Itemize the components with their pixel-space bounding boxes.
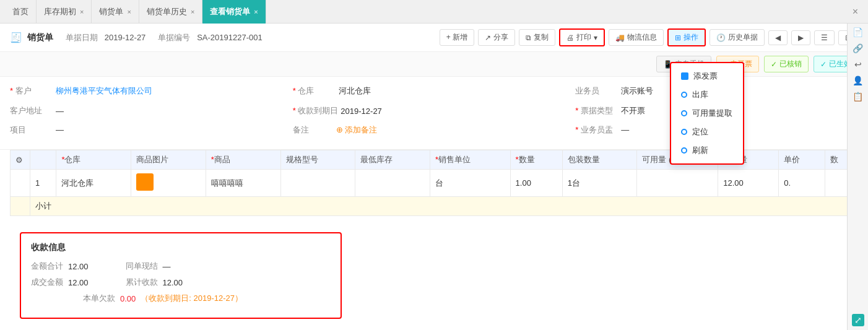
td-qty: 1.00	[510, 170, 562, 197]
staff2-label: 业务员盂	[575, 124, 618, 136]
number-label: 单据编号 SA-20191227-001	[158, 32, 262, 43]
td-pack-qty: 1台	[562, 170, 637, 197]
ticket-value: 不开票	[618, 104, 648, 118]
arrears-value: 0.00	[120, 294, 136, 303]
due-date-value: 2019-12-27	[338, 105, 384, 117]
table-row: 1 河北仓库 嘻嘻嘻嘻 台 1.00 1台 12.00 0.	[11, 170, 858, 197]
dropdown-locate[interactable]: 定位	[671, 123, 743, 141]
operate-icon: ⊞	[675, 33, 681, 42]
tab-home-label: 首页	[12, 6, 28, 17]
history-icon: 🕐	[716, 33, 726, 42]
staff2-value: —	[618, 124, 631, 136]
add-note-button[interactable]: ⊕ 添加备注	[336, 124, 377, 136]
print-button[interactable]: 🖨 打印 ▾	[559, 28, 605, 46]
td-spec	[280, 170, 355, 197]
transaction-item: 成交金额 12.00	[31, 277, 89, 288]
verified-btn[interactable]: ✓ 已核销	[764, 56, 809, 72]
th-unit: *销售单位	[430, 150, 510, 170]
tab-view-sales-close[interactable]: ×	[254, 8, 258, 15]
same-bill-item: 同单现结 —	[126, 261, 171, 272]
doc-title-text: 销货单	[27, 32, 53, 43]
sidebar-doc-icon[interactable]: 📄	[853, 27, 863, 37]
tab-sales-history-label: 销货单历史	[147, 6, 187, 17]
operate-button[interactable]: ⊞ 操作	[667, 28, 706, 46]
th-img: 商品图片	[131, 150, 206, 170]
td-product: 嘻嘻嘻嘻	[206, 170, 280, 197]
doc-header: 🧾 销货单 单据日期 2019-12-27 单据编号 SA-20191227-0…	[0, 24, 868, 52]
td-available	[637, 170, 718, 197]
share-button[interactable]: ↗ 分享	[478, 29, 515, 46]
tab-inventory-close[interactable]: ×	[80, 8, 84, 15]
dropdown-refresh[interactable]: 刷新	[671, 141, 743, 160]
tab-sales-close[interactable]: ×	[127, 8, 131, 15]
sidebar-link-icon[interactable]: 🔗	[853, 43, 863, 53]
payment-wrapper: 收款信息 金额合计 12.00 同单现结 — 成交金额 12.00	[0, 221, 868, 330]
same-bill-label: 同单现结	[126, 261, 158, 272]
doc-actions: + 新增 ↗ 分享 ⧉ 复制 🖨 打印 ▾ 🚚 物流信息	[440, 28, 858, 46]
note-field: 备注 ⊕ 添加备注	[293, 124, 576, 136]
check-icon: ✓	[771, 60, 777, 69]
transaction-label: 成交金额	[31, 277, 63, 288]
th-price: 单价	[779, 150, 825, 170]
nav-next-button[interactable]: ▶	[791, 30, 810, 45]
customer-label: 客户	[10, 85, 53, 97]
cumulative-item: 累计收款 12.00	[126, 277, 183, 288]
layout1-button[interactable]: ☰	[814, 30, 835, 45]
date-value: 2019-12-27	[105, 33, 146, 42]
dropdown-refresh-label: 刷新	[692, 145, 708, 156]
cumulative-label: 累计收款	[126, 277, 158, 288]
td-warehouse: 河北仓库	[56, 170, 131, 197]
warehouse-label: 仓库	[293, 85, 336, 97]
project-label: 项目	[10, 124, 53, 136]
transaction-value: 12.00	[68, 278, 89, 287]
circle-icon-available	[681, 110, 687, 116]
tab-bar: 首页 库存期初 × 销货单 × 销货单历史 × 查看销货单 × ×	[0, 0, 868, 24]
th-index	[30, 150, 56, 170]
sidebar-expand-icon[interactable]: ⤢	[852, 314, 864, 326]
tab-home[interactable]: 首页	[5, 0, 37, 24]
tab-bar-close-button[interactable]: ×	[848, 6, 863, 17]
dropdown-add-invoice[interactable]: 添发票	[671, 67, 743, 85]
copy-button[interactable]: ⧉ 复制	[519, 29, 555, 46]
history-button[interactable]: 🕐 历史单据	[710, 29, 765, 46]
subtotal-gear	[11, 197, 30, 216]
logistics-button[interactable]: 🚚 物流信息	[609, 29, 664, 46]
dropdown-outbound-label: 出库	[692, 89, 708, 100]
add-button[interactable]: + 新增	[440, 29, 474, 46]
number-label-text: 单据编号	[158, 33, 190, 42]
tab-inventory[interactable]: 库存期初 ×	[37, 0, 92, 24]
date-label: 单据日期 2019-12-27	[66, 32, 145, 43]
sidebar-list-icon[interactable]: 📋	[853, 92, 863, 102]
tab-sales[interactable]: 销货单 ×	[92, 0, 139, 24]
payment-row-1: 金额合计 12.00 同单现结 —	[31, 261, 331, 272]
td-unit: 台	[430, 170, 510, 197]
staff-value: 演示账号	[618, 84, 656, 98]
payment-row-3: 本单欠款 0.00 （收款到期日: 2019-12-27）	[31, 293, 331, 304]
doc-meta: 单据日期 2019-12-27 单据编号 SA-20191227-001	[66, 32, 263, 43]
th-spec: 规格型号	[280, 150, 355, 170]
tab-sales-history[interactable]: 销货单历史 ×	[139, 0, 202, 24]
tab-inventory-label: 库存期初	[44, 6, 76, 17]
customer-value[interactable]: 柳州粤港平安气体有限公司	[53, 84, 155, 98]
circle-icon-locate	[681, 129, 687, 135]
sidebar-return-icon[interactable]: ↩	[854, 59, 862, 69]
cumulative-value: 12.00	[163, 278, 183, 287]
tab-view-sales[interactable]: 查看销货单 ×	[202, 0, 266, 24]
tab-sales-history-close[interactable]: ×	[191, 8, 194, 15]
th-qty: *数量	[510, 150, 562, 170]
th-pack-qty: 包装数量	[562, 150, 637, 170]
right-sidebar: 📄 🔗 ↩ 👤 📋 ⤢	[847, 24, 868, 330]
address-label: 客户地址	[10, 105, 53, 116]
project-value: —	[53, 124, 66, 136]
dropdown-outbound[interactable]: 出库	[671, 85, 743, 104]
th-product: *商品	[206, 150, 280, 170]
product-image	[136, 173, 154, 191]
project-field: 项目 —	[10, 124, 293, 136]
circle-icon-outbound	[681, 92, 687, 98]
payment-title: 收款信息	[31, 242, 331, 253]
sidebar-user-icon[interactable]: 👤	[853, 76, 863, 85]
share-icon: ↗	[485, 33, 491, 42]
ticket-label: 票据类型	[575, 105, 618, 116]
dropdown-available[interactable]: 可用量提取	[671, 104, 743, 123]
nav-prev-button[interactable]: ◀	[768, 30, 788, 45]
